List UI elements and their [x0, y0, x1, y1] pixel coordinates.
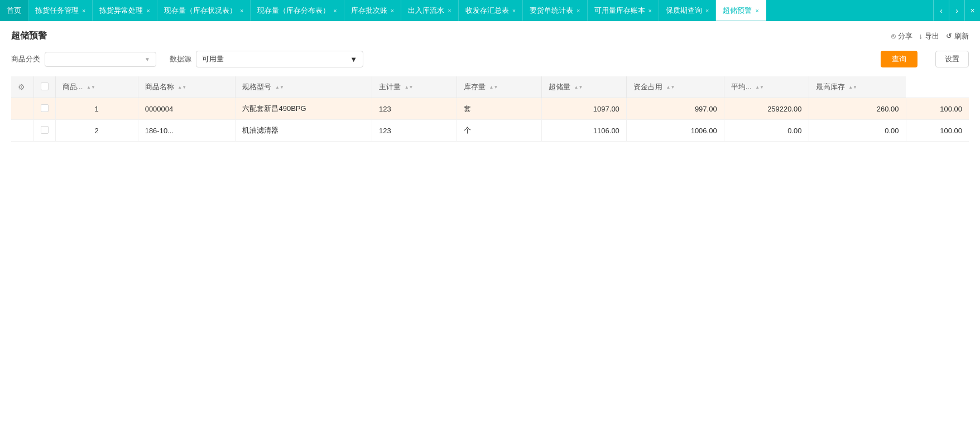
- nav-item-inout-flow[interactable]: 出入库流水×: [401, 0, 458, 21]
- refresh-button[interactable]: ↺ 刷新: [946, 31, 969, 41]
- th-avg: 平均... ▲▼: [724, 76, 809, 98]
- page-content: 超储预警 ⎋ 分享 ↓ 导出 ↺ 刷新 商品分类 ▼ 数据源: [0, 21, 980, 151]
- th-unit: 主计量 ▲▼: [372, 76, 457, 98]
- td-product-name: 机油滤清器: [236, 120, 372, 142]
- sort-overstock-qty-icon[interactable]: ▲▼: [574, 85, 583, 90]
- th-spec: 规格型号 ▲▼: [236, 76, 372, 98]
- nav-prev-arrow[interactable]: ‹: [933, 0, 949, 21]
- nav-item-close[interactable]: ×: [512, 7, 516, 14]
- td-stock-qty: 1097.00: [541, 98, 626, 120]
- td-stock-qty: 1106.00: [541, 120, 626, 142]
- nav-next-arrow[interactable]: ›: [949, 0, 964, 21]
- td-row-num: 1: [55, 98, 138, 120]
- nav-item-close[interactable]: ×: [146, 7, 150, 14]
- nav-item-label: 保质期查询: [666, 6, 702, 16]
- td-avg: 260.00: [809, 98, 906, 120]
- sort-spec-icon[interactable]: ▲▼: [275, 85, 284, 90]
- th-max-stock: 最高库存 ▲▼: [809, 76, 906, 98]
- refresh-icon: ↺: [946, 32, 952, 40]
- nav-item-close[interactable]: ×: [391, 7, 394, 14]
- nav-item-quality-check[interactable]: 保质期查询×: [659, 0, 716, 21]
- td-overstock-qty: 997.00: [626, 98, 724, 120]
- nav-item-label: 现存量（库存分布表）: [257, 6, 330, 16]
- td-capital-occupy: 0.00: [724, 120, 809, 142]
- sort-product-code-icon[interactable]: ▲▼: [87, 85, 95, 90]
- product-category-value: [51, 55, 53, 64]
- sort-stock-qty-icon[interactable]: ▲▼: [489, 85, 498, 90]
- th-overstock-qty: 超储量 ▲▼: [541, 76, 626, 98]
- sort-avg-icon[interactable]: ▲▼: [755, 85, 764, 90]
- export-icon: ↓: [919, 32, 923, 40]
- nav-item-close[interactable]: ×: [755, 7, 758, 14]
- nav-item-label: 要货单统计表: [530, 6, 573, 16]
- nav-item-overstock-warn[interactable]: 超储预警×: [716, 0, 766, 21]
- query-button[interactable]: 查询: [881, 51, 917, 67]
- data-table: ⚙ 商品... ▲▼ 商品名称 ▲▼ 规格型号 ▲▼ 主计: [11, 76, 969, 142]
- page-header: 超储预警 ⎋ 分享 ↓ 导出 ↺ 刷新: [11, 30, 969, 42]
- td-spec: 123: [372, 98, 457, 120]
- td-unit: 个: [457, 120, 541, 142]
- nav-item-close[interactable]: ×: [705, 7, 709, 14]
- nav-item-task-mgmt[interactable]: 拣货任务管理×: [28, 0, 93, 21]
- td-checkbox: [33, 120, 55, 142]
- datasource-chevron-icon: ▼: [350, 55, 357, 64]
- nav-scroll-arrows: ‹ › ×: [933, 0, 980, 21]
- nav-close-arrow[interactable]: ×: [964, 0, 980, 21]
- th-stock-qty: 库存量 ▲▼: [457, 76, 541, 98]
- nav-item-usable-ledger[interactable]: 可用量库存账本×: [588, 0, 659, 21]
- nav-item-abnormal[interactable]: 拣货异常处理×: [93, 0, 157, 21]
- gear-icon[interactable]: ⚙: [18, 83, 25, 91]
- filter-bar: 商品分类 ▼ 数据源 可用量 ▼ 查询 设置: [11, 51, 969, 67]
- category-chevron-icon: ▼: [145, 56, 150, 62]
- sort-max-stock-icon[interactable]: ▲▼: [848, 85, 857, 90]
- sort-product-name-icon[interactable]: ▲▼: [177, 85, 186, 90]
- data-source-value: 可用量: [202, 54, 224, 64]
- th-capital-occupy: 资金占用 ▲▼: [626, 76, 724, 98]
- nav-item-close[interactable]: ×: [448, 7, 451, 14]
- table-row: 1 0000004 六配套新昌490BPG 123 套 1097.00 997.…: [11, 98, 969, 120]
- td-product-name: 六配套新昌490BPG: [236, 98, 372, 120]
- nav-item-batch-ledger[interactable]: 库存批次账×: [344, 0, 401, 21]
- nav-item-close[interactable]: ×: [648, 7, 652, 14]
- nav-item-close[interactable]: ×: [240, 7, 243, 14]
- product-category-select[interactable]: ▼: [45, 52, 156, 67]
- nav-item-stock-dist[interactable]: 现存量（库存分布表）×: [251, 0, 344, 21]
- share-button[interactable]: ⎋ 分享: [891, 31, 912, 41]
- top-navigation: 首页拣货任务管理×拣货异常处理×现存量（库存状况表）×现存量（库存分布表）×库存…: [0, 0, 980, 21]
- nav-item-close[interactable]: ×: [577, 7, 580, 14]
- nav-item-close[interactable]: ×: [82, 7, 85, 14]
- sort-unit-icon[interactable]: ▲▼: [405, 85, 414, 90]
- td-gear: [11, 98, 33, 120]
- td-unit: 套: [457, 98, 541, 120]
- nav-item-home[interactable]: 首页: [0, 0, 28, 21]
- nav-item-stock-status[interactable]: 现存量（库存状况表）×: [157, 0, 251, 21]
- settings-button[interactable]: 设置: [935, 51, 969, 67]
- td-max-stock: 100.00: [906, 120, 969, 142]
- table-body: 1 0000004 六配套新昌490BPG 123 套 1097.00 997.…: [11, 98, 969, 142]
- nav-item-label: 库存批次账: [351, 6, 387, 16]
- row-checkbox[interactable]: [41, 104, 49, 112]
- nav-item-close[interactable]: ×: [333, 7, 337, 14]
- sort-capital-icon[interactable]: ▲▼: [666, 85, 675, 90]
- nav-item-label: 拣货异常处理: [99, 6, 143, 16]
- nav-item-order-stats[interactable]: 要货单统计表×: [523, 0, 587, 21]
- page-title: 超储预警: [11, 30, 47, 42]
- td-product-code: 186-10...: [138, 120, 236, 142]
- export-button[interactable]: ↓ 导出: [919, 31, 940, 41]
- td-product-code: 0000004: [138, 98, 236, 120]
- row-checkbox[interactable]: [41, 126, 49, 134]
- table-header: ⚙ 商品... ▲▼ 商品名称 ▲▼ 规格型号 ▲▼ 主计: [11, 76, 969, 98]
- header-checkbox[interactable]: [41, 83, 49, 90]
- data-source-filter: 数据源 可用量 ▼: [170, 51, 363, 67]
- td-checkbox: [33, 98, 55, 120]
- data-source-select[interactable]: 可用量 ▼: [196, 51, 363, 67]
- product-category-label: 商品分类: [11, 54, 40, 64]
- nav-item-label: 拣货任务管理: [35, 6, 79, 16]
- nav-item-recv-send[interactable]: 收发存汇总表×: [459, 0, 523, 21]
- data-source-label: 数据源: [170, 54, 191, 64]
- th-gear: ⚙: [11, 76, 33, 98]
- nav-item-label: 现存量（库存状况表）: [164, 6, 237, 16]
- nav-item-label: 收发存汇总表: [465, 6, 509, 16]
- td-capital-occupy: 259220.00: [724, 98, 809, 120]
- table-row: 2 186-10... 机油滤清器 123 个 1106.00 1006.00 …: [11, 120, 969, 142]
